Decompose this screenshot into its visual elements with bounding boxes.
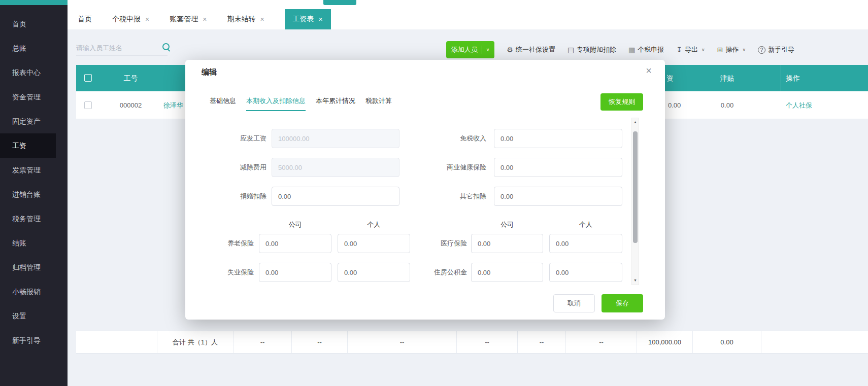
action-personal-tax-filing[interactable]: ▦ 个税申报: [628, 45, 664, 54]
action-label: 统一社保设置: [516, 45, 555, 54]
action-special-additional-deduction[interactable]: ▤ 专项附加扣除: [567, 45, 616, 54]
pension-company-input[interactable]: [259, 234, 331, 253]
row-checkbox[interactable]: [84, 101, 92, 109]
close-icon[interactable]: ×: [646, 65, 652, 77]
export-icon: ↧: [676, 46, 682, 54]
tax-free-income-label: 免税收入: [415, 129, 486, 148]
tab-personal-tax-filing[interactable]: 个税申报 ×: [112, 9, 149, 29]
sidebar-item-fund-management[interactable]: 资金管理: [0, 85, 68, 109]
tab-label: 首页: [78, 15, 92, 24]
action-operations[interactable]: ⊞ 操作 ∨: [717, 45, 746, 54]
app-root: 首页 总账 报表中心 资金管理 固定资产 工资 发票管理 进销台账 税务管理 结…: [0, 0, 868, 386]
cell-allowance-value: 0.00: [693, 91, 761, 119]
cell-personal-social-security-link[interactable]: 个人社保: [786, 91, 812, 119]
sidebar-item-home[interactable]: 首页: [0, 12, 68, 36]
sidebar-item-settings[interactable]: 设置: [0, 304, 68, 328]
summary-total-salary: 100,000.00: [637, 331, 693, 353]
sidebar-item-archive-management[interactable]: 归档管理: [0, 255, 68, 279]
unemployment-insurance-label: 失业保险: [193, 263, 254, 282]
sidebar-item-fixed-assets[interactable]: 固定资产: [0, 109, 68, 133]
column-header-action: 操作: [786, 65, 800, 91]
button-divider: [482, 46, 482, 54]
scroll-down-icon[interactable]: ▼: [632, 277, 639, 284]
document-icon: ▤: [567, 46, 574, 54]
pension-insurance-label: 养老保险: [193, 234, 254, 253]
edit-dialog: 编辑 × 基础信息 本期收入及扣除信息 本年累计情况 税款计算 恢复规则 应发工…: [185, 60, 665, 320]
search-input[interactable]: [76, 41, 168, 56]
summary-cell: --: [292, 331, 348, 353]
summary-total-allowance: 0.00: [693, 331, 761, 353]
other-deduction-input[interactable]: [494, 187, 622, 206]
add-personnel-label: 添加人员: [451, 45, 478, 54]
tab-period-end-carryover[interactable]: 期末结转 ×: [227, 9, 264, 29]
toolbar: 添加人员 ∨ ⚙ 统一社保设置 ▤ 专项附加扣除 ▦ 个税申报 ↧ 导出 ∨ ⊞…: [446, 41, 794, 58]
medical-personal-input[interactable]: [549, 234, 622, 253]
scrollbar-thumb[interactable]: [633, 131, 638, 243]
close-tab-icon[interactable]: ×: [203, 15, 207, 23]
donation-deduction-input[interactable]: [272, 187, 399, 206]
expense-deduction-label: 减除费用: [206, 158, 266, 177]
question-circle-icon: ?: [758, 46, 765, 54]
tab-account-set-management[interactable]: 账套管理 ×: [170, 9, 207, 29]
modal-tab-basic-info[interactable]: 基础信息: [210, 96, 236, 111]
sidebar-item-closing[interactable]: 结账: [0, 231, 68, 255]
grid-icon: ⊞: [717, 46, 723, 54]
gear-icon: ⚙: [507, 46, 513, 54]
modal-scrollbar[interactable]: ▲ ▼: [631, 118, 639, 285]
modal-tab-tax-calculation[interactable]: 税款计算: [365, 96, 392, 111]
scroll-up-icon[interactable]: ▲: [632, 119, 639, 125]
summary-cell: --: [566, 331, 637, 353]
donation-deduction-label: 捐赠扣除: [206, 187, 266, 206]
sidebar-item-xiaochang-reimbursement[interactable]: 小畅报销: [0, 279, 68, 304]
tab-home[interactable]: 首页: [78, 9, 92, 29]
open-tabs: 首页 个税申报 × 账套管理 × 期末结转 × 工资表 ×: [78, 9, 351, 29]
personal-column-header: 个人: [549, 220, 622, 229]
sidebar-item-purchase-sale-ledger[interactable]: 进销台账: [0, 182, 68, 206]
cell-employee-name-link[interactable]: 徐泽华: [163, 91, 183, 119]
close-tab-icon[interactable]: ×: [145, 15, 149, 23]
modal-tab-year-cumulative[interactable]: 本年累计情况: [316, 96, 355, 111]
gross-salary-input: [272, 129, 399, 148]
unemployment-company-input[interactable]: [259, 263, 331, 282]
action-label: 新手引导: [768, 45, 794, 54]
expense-deduction-input: [272, 158, 399, 177]
sidebar-item-tax-management[interactable]: 税务管理: [0, 206, 68, 231]
housing-fund-personal-input[interactable]: [549, 263, 622, 282]
close-tab-icon[interactable]: ×: [260, 15, 264, 23]
save-button[interactable]: 保存: [602, 294, 643, 312]
summary-cell: --: [233, 331, 292, 353]
add-personnel-button[interactable]: 添加人员 ∨: [446, 41, 495, 58]
select-all-checkbox[interactable]: [84, 74, 92, 82]
unemployment-personal-input[interactable]: [338, 263, 410, 282]
cancel-button[interactable]: 取消: [553, 294, 595, 312]
sidebar-item-beginner-guide[interactable]: 新手引导: [0, 328, 68, 353]
tab-label: 个税申报: [112, 15, 141, 24]
cell-salary-value: 0.00: [668, 91, 681, 119]
pension-personal-input[interactable]: [338, 234, 410, 253]
column-header-salary-fragment: 资: [666, 65, 674, 91]
restore-rules-button[interactable]: 恢复规则: [600, 93, 643, 111]
tab-label: 工资表: [293, 15, 314, 24]
tab-salary-table[interactable]: 工资表 ×: [285, 9, 331, 29]
commercial-health-insurance-input[interactable]: [494, 158, 622, 177]
search-icon[interactable]: [162, 43, 171, 52]
sidebar-item-invoice-management[interactable]: 发票管理: [0, 158, 68, 182]
action-export[interactable]: ↧ 导出 ∨: [676, 45, 705, 54]
sidebar-item-salary[interactable]: 工资: [0, 133, 68, 158]
tab-label: 期末结转: [227, 15, 255, 24]
housing-fund-company-input[interactable]: [471, 263, 543, 282]
table-summary-row: 合计 共（1）人 -- -- -- -- -- -- 100,000.00 0.…: [76, 331, 868, 354]
medical-company-input[interactable]: [471, 234, 543, 253]
modal-tab-current-income-deduction[interactable]: 本期收入及扣除信息: [246, 96, 306, 111]
action-unified-social-security[interactable]: ⚙ 统一社保设置: [507, 45, 555, 54]
sidebar: 首页 总账 报表中心 资金管理 固定资产 工资 发票管理 进销台账 税务管理 结…: [0, 0, 68, 386]
action-beginner-guide[interactable]: ? 新手引导: [758, 45, 794, 54]
sidebar-item-report-center[interactable]: 报表中心: [0, 60, 68, 85]
tax-free-income-input[interactable]: [494, 129, 622, 148]
form-icon: ▦: [628, 46, 635, 54]
column-header-employee-id: 工号: [104, 65, 157, 91]
housing-fund-label: 住房公积金: [406, 263, 467, 282]
chevron-down-icon: ∨: [742, 47, 746, 52]
close-tab-icon[interactable]: ×: [319, 15, 323, 23]
sidebar-item-general-ledger[interactable]: 总账: [0, 36, 68, 60]
